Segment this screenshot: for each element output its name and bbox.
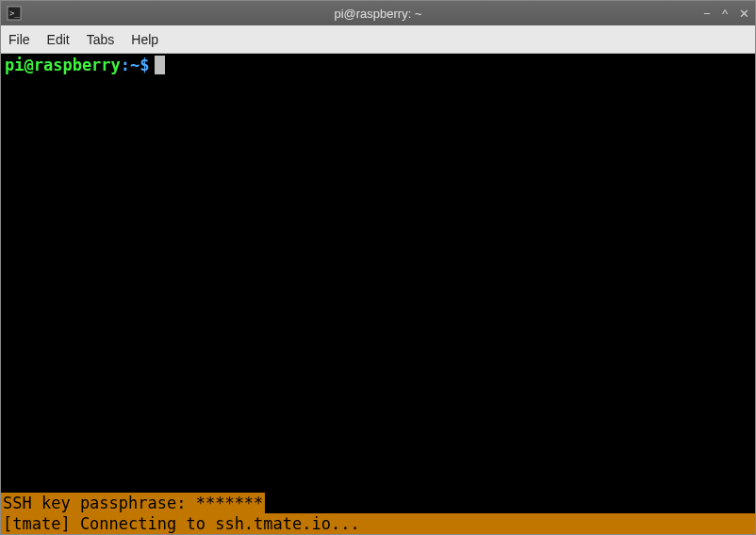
- window-controls: − ^ ✕: [703, 8, 749, 20]
- prompt-line: pi@raspberry:~ $: [1, 54, 755, 75]
- prompt-user-host: pi@raspberry: [5, 55, 121, 75]
- window-title: pi@raspberry: ~: [334, 7, 421, 21]
- menu-file[interactable]: File: [8, 32, 30, 47]
- menu-edit[interactable]: Edit: [47, 32, 70, 47]
- status-line-passphrase: SSH key passphrase: *******: [1, 493, 265, 513]
- menu-help[interactable]: Help: [131, 32, 158, 47]
- svg-text:>_: >_: [9, 8, 20, 18]
- prompt-symbol: $: [140, 55, 149, 75]
- close-button[interactable]: ✕: [739, 8, 749, 20]
- menubar: File Edit Tabs Help: [1, 25, 755, 54]
- prompt-path: ~: [130, 55, 140, 75]
- titlebar: >_ pi@raspberry: ~ − ^ ✕: [1, 1, 755, 25]
- app-icon: >_: [7, 6, 22, 21]
- status-area: SSH key passphrase: ******* [tmate] Conn…: [1, 493, 755, 534]
- prompt-colon: :: [121, 55, 130, 75]
- cursor: [155, 56, 165, 74]
- minimize-button[interactable]: −: [703, 8, 711, 20]
- terminal[interactable]: pi@raspberry:~ $ SSH key passphrase: ***…: [1, 54, 755, 534]
- status-line-connecting: [tmate] Connecting to ssh.tmate.io...: [1, 513, 755, 534]
- maximize-button[interactable]: ^: [722, 8, 728, 20]
- menu-tabs[interactable]: Tabs: [87, 32, 115, 47]
